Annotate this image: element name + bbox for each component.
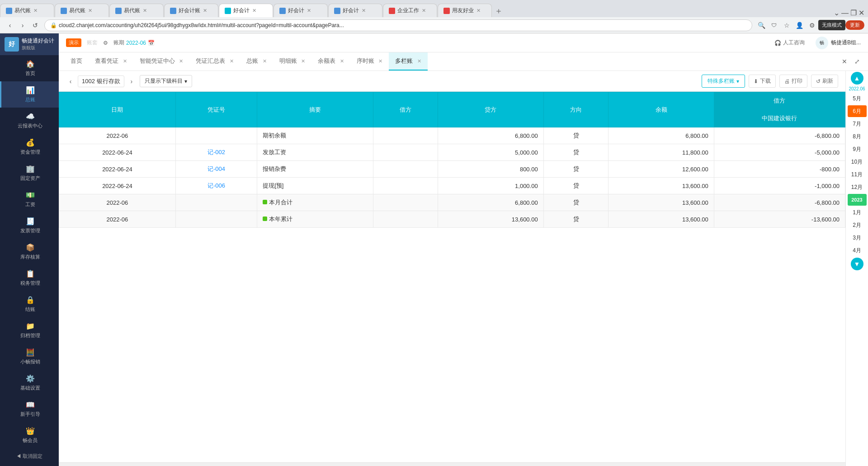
tab-close-2[interactable]: ✕ [88, 8, 92, 14]
tab-voucher-summary[interactable]: 凭证汇总表 ✕ [189, 52, 240, 71]
browser-tab-9[interactable]: 用友好业 ✕ [438, 4, 492, 17]
cal-month-9[interactable]: 9月 [848, 143, 867, 155]
minimize-btn[interactable]: — [841, 9, 849, 17]
adblock-icon[interactable]: 🛡 [768, 19, 780, 32]
new-tab-button[interactable]: ＋ [492, 5, 505, 17]
h-scrollbar[interactable] [59, 462, 845, 466]
close-btn[interactable]: ✕ [859, 9, 864, 17]
sidebar-item-member[interactable]: 👑 畅会员 [0, 422, 59, 447]
browser-tab-2[interactable]: 易代账 ✕ [55, 4, 109, 17]
print-btn[interactable]: 🖨 打印 [779, 75, 807, 88]
cal-month-6[interactable]: 6月 [848, 105, 867, 117]
tab-close-6[interactable]: ✕ [307, 8, 311, 14]
tab-close-9[interactable]: ✕ [476, 8, 481, 14]
cal-month-4-2023[interactable]: 4月 [848, 245, 867, 256]
tab-close-3[interactable]: ✕ [143, 8, 147, 14]
cal-month-2-2023[interactable]: 2月 [848, 219, 867, 231]
tab-voucher-view[interactable]: 查看凭证 ✕ [89, 52, 133, 71]
sidebar-item-funds[interactable]: 💰 资金管理 [0, 134, 59, 160]
cal-month-10[interactable]: 10月 [848, 156, 867, 168]
sidebar-item-ledger[interactable]: 📊 总账 [0, 81, 59, 108]
refresh-btn[interactable]: ↺ 刷新 [811, 75, 838, 88]
tab-close-window-btn[interactable]: ✕ [839, 56, 850, 67]
tab-balance-table[interactable]: 余额表 ✕ [311, 52, 350, 71]
cell-voucher[interactable]: 记-004 [175, 161, 257, 178]
tab-smart-voucher[interactable]: 智能凭证中心 ✕ [133, 52, 190, 71]
account-selector[interactable]: 1002 银行存款 [78, 75, 124, 87]
browser-tab-3[interactable]: 易代账 ✕ [109, 4, 164, 17]
account-prev-btn[interactable]: ‹ [66, 77, 75, 86]
browser-tab-1[interactable]: 易代账 ✕ [0, 4, 54, 17]
download-btn[interactable]: ⬇ 下载 [749, 75, 776, 88]
period-selector[interactable]: 账期 2022-06 📅 [113, 39, 155, 47]
sidebar-item-assets[interactable]: 🏢 固定资产 [0, 160, 59, 186]
tab-close-smart[interactable]: ✕ [179, 58, 183, 64]
tab-close-balance[interactable]: ✕ [340, 58, 344, 64]
refresh-nav-btn[interactable]: ↺ [29, 19, 42, 32]
tab-expand-btn[interactable]: ⤢ [852, 56, 863, 67]
cal-month-3-2023[interactable]: 3月 [848, 232, 867, 244]
tab-close-summary[interactable]: ✕ [230, 58, 234, 64]
filter-dropdown[interactable]: 只显示下级科目 ▾ [140, 75, 192, 87]
cal-month-1-2023[interactable]: 1月 [848, 207, 867, 218]
cal-month-12[interactable]: 12月 [848, 181, 867, 193]
stealth-mode-btn[interactable]: 无痕模式 [818, 20, 845, 30]
sidebar-item-payroll[interactable]: 💵 工资 [0, 186, 59, 212]
update-btn[interactable]: 更新 [845, 20, 864, 30]
tab-list-btn[interactable]: ⌄ [834, 9, 840, 17]
tab-journal[interactable]: 序时账 ✕ [350, 52, 389, 71]
cell-summary: 本年累计 [257, 211, 373, 228]
cal-month-11[interactable]: 11月 [848, 169, 867, 180]
tab-close-multi[interactable]: ✕ [417, 58, 421, 64]
tab-close-detail[interactable]: ✕ [301, 58, 305, 64]
sidebar-item-invoice[interactable]: 🧾 发票管理 [0, 212, 59, 239]
bookmark-icon[interactable]: ☆ [780, 19, 793, 32]
cal-month-5[interactable]: 5月 [848, 93, 867, 104]
tab-home[interactable]: 首页 [64, 52, 89, 71]
restore-btn[interactable]: ❐ [850, 9, 857, 17]
cal-month-7[interactable]: 7月 [848, 118, 867, 130]
tab-close-1[interactable]: ✕ [33, 8, 38, 14]
sidebar-item-tax[interactable]: 📋 税务管理 [0, 265, 59, 291]
tab-multi-column[interactable]: 多栏账 ✕ [389, 52, 428, 71]
browser-tab-6[interactable]: 好会计 ✕ [274, 4, 328, 17]
browser-tab-8[interactable]: 企业工作 ✕ [383, 4, 437, 17]
cal-nav-up[interactable]: ▲ [851, 72, 863, 85]
tab-close-8[interactable]: ✕ [422, 8, 426, 14]
profile-icon[interactable]: 👤 [793, 19, 806, 32]
tab-close-5[interactable]: ✕ [252, 8, 256, 14]
tab-close-general[interactable]: ✕ [263, 58, 267, 64]
sidebar-item-inventory[interactable]: 📦 库存核算 [0, 239, 59, 265]
cell-voucher[interactable]: 记-002 [175, 144, 257, 161]
browser-tab-4[interactable]: 好会计账 ✕ [164, 4, 218, 17]
cal-nav-down[interactable]: ▼ [851, 258, 863, 270]
back-btn[interactable]: ‹ [4, 19, 16, 32]
sidebar-item-archive[interactable]: 📁 归档管理 [0, 317, 59, 344]
search-browser-btn[interactable]: 🔍 [755, 19, 768, 32]
sidebar-item-expense[interactable]: 🧮 小畅报销 [0, 344, 59, 370]
account-next-btn[interactable]: › [127, 77, 136, 86]
cell-debit [373, 178, 438, 194]
cal-month-8[interactable]: 8月 [848, 131, 867, 142]
tab-detail-ledger[interactable]: 明细账 ✕ [273, 52, 312, 71]
special-multicolumn-btn[interactable]: 特殊多栏账 ▾ [702, 75, 745, 88]
url-input[interactable]: 🔒 cloud2.chanjet.com/accounting/uh26t264… [44, 19, 752, 31]
unpin-btn[interactable]: ◀ 取消固定 [4, 450, 55, 462]
forward-btn[interactable]: › [16, 19, 29, 32]
cell-voucher[interactable]: 记-006 [175, 178, 257, 194]
browser-tab-5[interactable]: 好会计 ✕ [219, 4, 273, 17]
tab-close-journal[interactable]: ✕ [378, 58, 382, 64]
sidebar-item-settings[interactable]: ⚙️ 基础设置 [0, 370, 59, 396]
sidebar-item-guide[interactable]: 📖 新手引导 [0, 396, 59, 422]
sidebar-item-home[interactable]: 🏠 首页 [0, 55, 59, 81]
sidebar-item-closing[interactable]: 🔒 结账 [0, 291, 59, 317]
ai-consult-btn[interactable]: 🎧 人工咨询 [774, 39, 805, 47]
tab-close-7[interactable]: ✕ [362, 8, 366, 14]
sidebar-item-reports[interactable]: ☁️ 云报表中心 [0, 108, 59, 134]
tab-close-voucher[interactable]: ✕ [123, 58, 127, 64]
browser-tab-7[interactable]: 好会计 ✕ [328, 4, 382, 17]
settings-toolbar-btn[interactable]: ⚙ [103, 40, 108, 46]
tab-close-4[interactable]: ✕ [203, 8, 207, 14]
extension-icon[interactable]: ⚙ [806, 19, 818, 32]
tab-general-ledger[interactable]: 总账 ✕ [240, 52, 273, 71]
